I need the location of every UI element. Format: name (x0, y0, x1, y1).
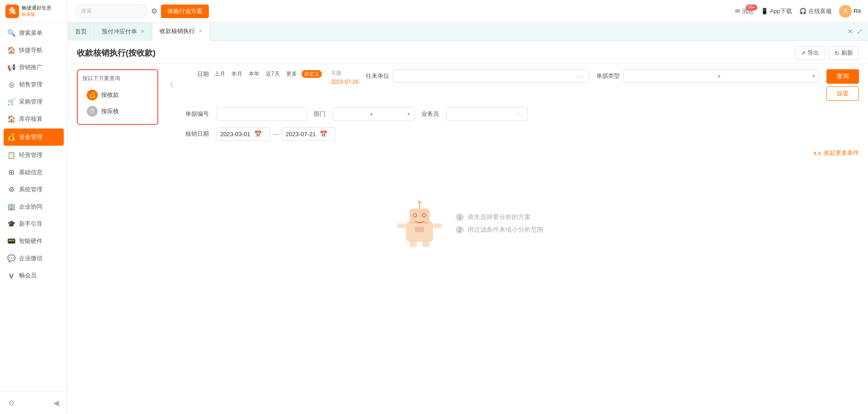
empty-robot-illustration (392, 199, 447, 248)
doc-type-select[interactable]: ▾ (623, 69, 819, 83)
sidebar-label-finance: 资金管理 (19, 133, 42, 141)
tabs-actions: ✕ ⤢ (847, 27, 868, 36)
refresh-label: 刷新 (841, 49, 853, 57)
sidebar-item-sales[interactable]: ◎ 销售管理 (0, 76, 67, 93)
doc-number-label: 单据编号 (182, 110, 209, 118)
filter-option-receivable-label: 按应收 (101, 107, 119, 115)
filter-right: 日期 上月 本月 本年 近7天 更多 自定义 不限 2023-07-26 (182, 69, 859, 157)
sidebar-item-hardware[interactable]: 📟 智能硬件 (0, 233, 67, 250)
sidebar-item-guide[interactable]: 🎓 新手引导 (0, 215, 67, 233)
hint-text-2: 用过滤条件来缩小分析范围 (467, 226, 543, 234)
sidebar-label-wechat: 企业微信 (19, 254, 42, 262)
sidebar-item-search[interactable]: 🔍 搜索菜单 (0, 24, 67, 42)
doc-type-label: 单据类型 (596, 72, 620, 80)
tab-home[interactable]: 首页 (68, 23, 94, 41)
topbar-search-text: 搜索 (81, 7, 92, 15)
doc-number-input[interactable] (216, 107, 307, 121)
dept-chevron-icon: ▾ (370, 111, 373, 118)
query-btn[interactable]: 查询 (826, 69, 859, 84)
online-service-label: 在线客服 (808, 7, 832, 15)
sidebar-item-purchase[interactable]: 🛒 采购管理 (0, 93, 67, 110)
counterparty-input[interactable]: ··· (393, 69, 589, 83)
tab-close-window-btn[interactable]: ✕ (847, 27, 853, 36)
filter-row-3: 核销日期 2023-03-01 📅 — 2023-07-21 📅 (182, 127, 859, 141)
sidebar-item-finance[interactable]: 💰 资金管理 (4, 128, 64, 146)
topbar-left: 搜索 ⚙ 体验行业方案 (75, 5, 730, 18)
marketing-icon: 📢 (7, 63, 15, 71)
refresh-btn[interactable]: ↻ 刷新 (829, 46, 859, 60)
sidebar-item-inventory[interactable]: 🏠 库存核算 (0, 110, 67, 128)
dept-select[interactable]: ▾ (333, 107, 414, 121)
sidebar-item-system[interactable]: ⚙ 系统管理 (0, 181, 67, 198)
tab-collection-close[interactable]: ✕ (198, 28, 203, 34)
sidebar-item-operations[interactable]: 📋 经营管理 (0, 147, 67, 164)
date-tab-last-month[interactable]: 上月 (212, 69, 227, 79)
empty-hints: 1 请先选择要分析的方案 2 用过滤条件来缩小分析范围 (456, 213, 543, 234)
writeoff-date-end[interactable]: 2023-07-21 📅 (282, 127, 336, 141)
system-icon: ⚙ (7, 186, 15, 194)
svg-point-4 (414, 214, 416, 216)
sales-icon: ◎ (7, 81, 15, 89)
hardware-icon: 📟 (7, 237, 15, 245)
filter-box-title: 按以下方案查询 (82, 75, 153, 82)
sidebar-item-wechat[interactable]: 💬 企业微信 (0, 250, 67, 267)
sidebar-item-marketing[interactable]: 📢 营销推广 (0, 59, 67, 76)
message-icon: ✉ (735, 8, 740, 14)
sidebar-label-member: 畅会员 (19, 271, 37, 280)
app-download-label: App下载 (770, 7, 792, 15)
tab-collection-label: 收款核销执行 (160, 27, 195, 35)
sidebar-item-enterprise[interactable]: 🏢 企业协同 (0, 198, 67, 215)
sidebar-item-member[interactable]: V 畅会员 (0, 267, 67, 284)
online-service-btn[interactable]: 🎧 在线客服 (799, 7, 832, 15)
staff-label: 业务员 (421, 110, 439, 118)
tab-collection[interactable]: 收款核销执行 ✕ (152, 23, 210, 41)
collapse-sidebar-btn[interactable]: ◀ (49, 396, 63, 409)
tab-prepay[interactable]: 预付冲应付单 ✕ (94, 23, 152, 41)
date-tab-more[interactable]: 更多 (284, 69, 299, 79)
date-custom-badge[interactable]: 自定义 (302, 70, 322, 78)
content-area: 收款核销执行(按收款) ↗ 导出 ↻ 刷新 按以下方案查询 💰 (68, 41, 868, 414)
app-name: 畅捷通好生意 (22, 5, 52, 11)
date-label: 日期 (182, 70, 209, 78)
wechat-icon: 💬 (7, 254, 15, 262)
writeoff-start-value: 2023-03-01 (220, 131, 250, 138)
date-tab-7days[interactable]: 近7天 (264, 69, 282, 79)
export-icon: ↗ (801, 50, 806, 57)
user-area[interactable]: R Rit (839, 5, 861, 18)
sidebar-item-quick-nav[interactable]: 🏠 快捷导航 (0, 42, 67, 59)
date-tab-this-year[interactable]: 本年 (247, 69, 261, 79)
chevron-down-icon: ▾ (717, 73, 721, 80)
tab-expand-btn[interactable]: ⤢ (857, 27, 863, 36)
page-title: 收款核销执行(按收款) (77, 48, 156, 58)
sidebar-label-inventory: 库存核算 (19, 115, 42, 123)
message-btn[interactable]: ✉ 消息 99+ (735, 7, 754, 15)
sidebar-bottom: ⚙ ◀ (0, 391, 67, 414)
industry-solution-btn[interactable]: 体验行业方案 (161, 5, 209, 18)
hint-number-1: 1 (456, 213, 464, 221)
filter-option-collection-label: 按收款 (101, 91, 119, 99)
collapse-filter-btn[interactable]: 《 (165, 74, 175, 96)
collapse-up-icon: ∧∧ (813, 150, 822, 157)
headset-icon: 🎧 (799, 8, 807, 14)
writeoff-date-start[interactable]: 2023-03-01 📅 (216, 127, 270, 141)
collapse-more-btn[interactable]: ∧∧ 收起更多条件 (813, 149, 859, 157)
avatar: R (839, 5, 852, 18)
filter-option-by-receivable[interactable]: ⏱ 按应收 (82, 103, 153, 119)
sidebar-label-purchase: 采购管理 (19, 98, 42, 106)
staff-input[interactable]: ··· (446, 107, 528, 121)
sidebar-label-guide: 新手引导 (19, 220, 42, 228)
tabs-bar: 首页 预付冲应付单 ✕ 收款核销执行 ✕ ✕ ⤢ (68, 23, 868, 41)
topbar-gear-icon[interactable]: ⚙ (151, 7, 157, 15)
sidebar-item-basic[interactable]: ⊞ 基础信息 (0, 164, 67, 181)
dept-label: 部门 (314, 110, 326, 118)
app-download-btn[interactable]: 📱 App下载 (761, 7, 792, 15)
tab-prepay-close[interactable]: ✕ (141, 29, 145, 34)
filter-option-by-collection[interactable]: 💰 按收款 (82, 87, 153, 103)
date-tab-this-month[interactable]: 本月 (230, 69, 244, 79)
app-edition: 标准版 (22, 11, 52, 18)
topbar-right: ✉ 消息 99+ 📱 App下载 🎧 在线客服 R Rit (735, 5, 861, 18)
settings-gear-btn[interactable]: ⚙ (5, 396, 18, 409)
filter-settings-btn[interactable]: 设置 (826, 86, 859, 101)
export-btn[interactable]: ↗ 导出 (795, 46, 825, 60)
inventory-icon: 🏠 (7, 115, 15, 123)
